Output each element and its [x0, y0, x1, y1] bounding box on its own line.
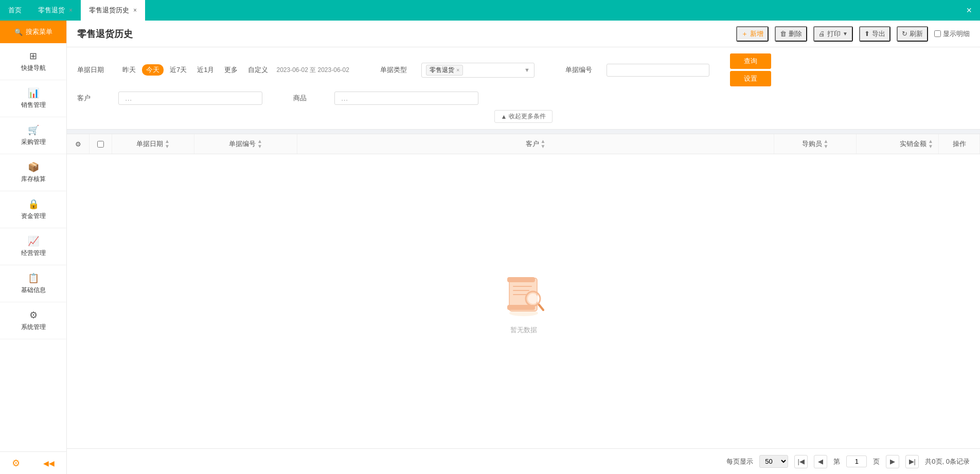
sidebar-item-label: 库存核算: [21, 175, 46, 184]
tab-return[interactable]: 零售退货 ×: [30, 0, 81, 21]
date-opt-last7[interactable]: 近7天: [166, 64, 191, 76]
sidebar-item-purchase-mgmt[interactable]: 🛒 采购管理: [0, 117, 66, 154]
sidebar: 🔍 搜索菜单 ⊞ 快捷导航 📊 销售管理 🛒 采购管理 📦 库存核算 🔒: [0, 21, 67, 474]
per-page-select[interactable]: 50 20 100 200: [759, 455, 788, 468]
select-all-checkbox[interactable]: [97, 141, 104, 148]
next-page-button[interactable]: ▶: [886, 455, 899, 468]
th-customer[interactable]: 客户 ▲▼: [297, 134, 774, 154]
sidebar-item-label: 经营管理: [21, 249, 46, 258]
guide-sort-icon: ▲▼: [824, 139, 829, 149]
table-header: ⚙ 单据日期 ▲▼ 单据编号 ▲▼ 客户 ▲▼ 导购员: [67, 134, 980, 154]
sidebar-search[interactable]: 🔍 搜索菜单: [0, 21, 66, 43]
pagination-bar: 每页显示 50 20 100 200 |◀ ◀ 第 页 ▶ ▶| 共0页, 0条…: [67, 448, 980, 474]
sidebar-bottom: ⚙ ◀◀: [0, 451, 66, 474]
show-detail-checkbox-label[interactable]: 显示明细: [934, 29, 970, 39]
empty-state: 暂无数据: [498, 268, 549, 335]
customer-select[interactable]: ...: [118, 92, 262, 105]
tab-return-history[interactable]: 零售退货历史 ×: [81, 0, 145, 21]
th-voucher-no[interactable]: 单据编号 ▲▼: [194, 134, 297, 154]
voucher-date-label: 单据日期: [77, 65, 108, 75]
tab-return-history-close[interactable]: ×: [133, 7, 137, 14]
page-number-input[interactable]: [846, 455, 867, 467]
sidebar-item-quick-nav[interactable]: ⊞ 快捷导航: [0, 43, 66, 80]
per-page-label: 每页显示: [726, 457, 753, 466]
sidebar-item-sales-mgmt[interactable]: 📊 销售管理: [0, 80, 66, 117]
last-page-button[interactable]: ▶|: [905, 455, 919, 468]
th-settings[interactable]: ⚙: [67, 134, 90, 154]
first-page-button[interactable]: |◀: [794, 455, 808, 468]
svg-line-10: [539, 305, 543, 310]
product-select[interactable]: ...: [334, 92, 478, 105]
add-button[interactable]: ＋ 新增: [736, 26, 769, 42]
sidebar-search-label: 搜索菜单: [26, 27, 52, 37]
sales-mgmt-icon: 📊: [28, 87, 39, 99]
collapse-icon: ▲: [501, 113, 507, 120]
inventory-icon: 📦: [28, 161, 39, 173]
collapse-button[interactable]: ▲ 收起更多条件: [494, 110, 553, 123]
volume-bottom-btn[interactable]: ◀◀: [43, 459, 55, 467]
content-area: 零售退货历史 ＋ 新增 🗑 删除 🖨 打印 ▼ ⬆ 导出: [67, 21, 980, 474]
voucher-type-tag-close[interactable]: ×: [456, 67, 459, 73]
th-checkbox[interactable]: [90, 134, 112, 154]
header-actions: ＋ 新增 🗑 删除 🖨 打印 ▼ ⬆ 导出 ↻ 刷新: [736, 26, 970, 42]
date-opt-today[interactable]: 今天: [142, 64, 164, 76]
collapse-bar: ▲ 收起更多条件: [77, 110, 970, 123]
refresh-icon: ↻: [902, 30, 907, 38]
query-button[interactable]: 查询: [730, 53, 771, 69]
page-suffix: 页: [873, 457, 880, 466]
settings-bottom-btn[interactable]: ⚙: [12, 458, 20, 469]
sidebar-item-label: 系统管理: [21, 323, 46, 332]
page-title: 零售退货历史: [77, 28, 736, 40]
delete-icon: 🗑: [780, 30, 787, 38]
customer-placeholder: ...: [125, 94, 132, 103]
window-close-button[interactable]: ×: [958, 0, 980, 21]
delete-button[interactable]: 🗑 删除: [775, 26, 807, 42]
date-range-display: 2023-06-02 至 2023-06-02: [276, 66, 349, 75]
date-opt-yesterday[interactable]: 昨天: [118, 64, 140, 76]
date-opt-more[interactable]: 更多: [220, 64, 242, 76]
th-guide[interactable]: 导购员 ▲▼: [774, 134, 857, 154]
print-dropdown-icon: ▼: [843, 31, 848, 37]
filter-row-1: 单据日期 昨天 今天 近7天 近1月 更多 自定义 2023-06-02 至 2…: [77, 53, 970, 86]
sidebar-item-label: 采购管理: [21, 138, 46, 147]
sidebar-item-operations[interactable]: 📈 经营管理: [0, 228, 66, 265]
finance-icon: 🔒: [28, 198, 39, 210]
voucher-type-label: 单据类型: [380, 65, 411, 75]
filter-row-2: 客户 ... 商品 ...: [77, 92, 970, 105]
query-action-area: 查询 设置: [730, 53, 771, 86]
tab-home[interactable]: 首页: [0, 0, 30, 21]
show-detail-checkbox[interactable]: [934, 30, 941, 37]
add-icon: ＋: [741, 29, 748, 39]
export-button[interactable]: ⬆ 导出: [859, 26, 890, 42]
refresh-button[interactable]: ↻ 刷新: [897, 26, 928, 42]
product-placeholder: ...: [341, 94, 348, 103]
date-opt-custom[interactable]: 自定义: [244, 64, 272, 76]
settings-icon: ⚙: [75, 140, 81, 148]
voucher-no-label: 单据编号: [565, 65, 596, 75]
amount-sort-icon: ▲▼: [928, 139, 933, 149]
sidebar-item-basic-info[interactable]: 📋 基础信息: [0, 265, 66, 302]
tab-return-close[interactable]: ×: [69, 7, 73, 14]
basic-info-icon: 📋: [28, 272, 39, 284]
print-button[interactable]: 🖨 打印 ▼: [813, 26, 853, 42]
date-sort-icon: ▲▼: [165, 139, 170, 149]
filter-area: 单据日期 昨天 今天 近7天 近1月 更多 自定义 2023-06-02 至 2…: [67, 47, 980, 130]
sidebar-item-inventory[interactable]: 📦 库存核算: [0, 154, 66, 191]
prev-page-button[interactable]: ◀: [814, 455, 827, 468]
voucher-no-input[interactable]: [607, 64, 709, 77]
sidebar-item-finance[interactable]: 🔒 资金管理: [0, 191, 66, 228]
setting-button[interactable]: 设置: [730, 71, 771, 86]
page-header: 零售退货历史 ＋ 新增 🗑 删除 🖨 打印 ▼ ⬆ 导出: [67, 21, 980, 47]
sidebar-item-label: 基础信息: [21, 286, 46, 295]
date-opt-last1month[interactable]: 近1月: [193, 64, 218, 76]
th-date[interactable]: 单据日期 ▲▼: [112, 134, 194, 154]
top-bar: 首页 零售退货 × 零售退货历史 × ×: [0, 0, 980, 21]
sidebar-item-system-mgmt[interactable]: ⚙ 系统管理: [0, 302, 66, 339]
search-icon: 🔍: [14, 28, 23, 36]
voucher-type-select[interactable]: 零售退货 × ▼: [421, 63, 534, 78]
export-icon: ⬆: [864, 30, 870, 38]
page-label: 第: [833, 457, 840, 466]
filter-date-options: 昨天 今天 近7天 近1月 更多 自定义 2023-06-02 至 2023-0…: [118, 64, 349, 76]
th-amount[interactable]: 实销金额 ▲▼: [857, 134, 939, 154]
voucher-type-chevron: ▼: [524, 67, 530, 73]
